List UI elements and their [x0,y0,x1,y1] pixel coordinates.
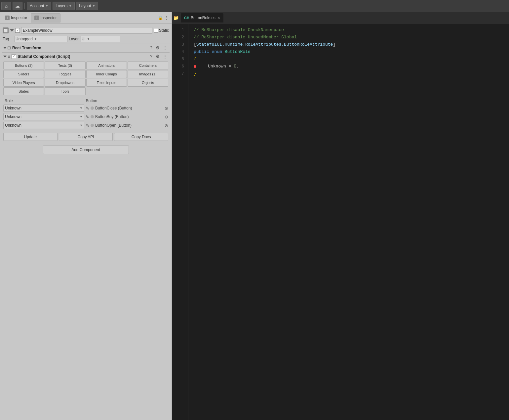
role-row-1: Unknown ▼ ✎ ButtonClose (Button) ⊙ [3,104,168,112]
tag-label: Tag [3,37,13,41]
layers-dropdown[interactable]: Layers ▼ [53,2,75,10]
inspector-tab-icon-2: i [34,16,39,20]
role-dropdown-2[interactable]: Unknown ▼ [3,113,84,120]
states-btn[interactable]: States [3,87,44,95]
dropdowns-btn[interactable]: Dropdowns [45,79,85,87]
gameobject-static-checkbox[interactable] [154,28,158,33]
sliders-btn[interactable]: Sliders [3,70,44,78]
comp-arrow [3,56,7,58]
layers-dropdown-arrow: ▼ [69,4,72,8]
code-line-5: { [194,56,504,63]
role-row-3: Unknown ▼ ✎ ButtonOpen (Button) ⊙ [3,121,168,130]
tab-inspector-2[interactable]: i Inspector [31,13,60,22]
rect-transform-header[interactable]: ⊡ Rect Transform ? ⚙ ⋮ [2,44,170,52]
ln-3: 3 [172,41,188,48]
account-label: Account [30,4,44,8]
comp-settings-icon[interactable]: ⚙ [155,54,161,59]
role-value-2: Unknown [5,114,21,119]
add-component-button[interactable]: Add Component [43,146,129,154]
editor-tab-close[interactable]: × [217,15,220,21]
code-content[interactable]: // ReSharper disable CheckNamespace // R… [188,24,509,420]
texts-btn[interactable]: Texts (3) [45,62,85,69]
rect-icon: ⊡ [7,45,11,50]
containers-btn[interactable]: Containers [128,62,168,69]
inspector-tab-icon-1: i [5,16,10,20]
tag-dropdown-arrow: ▼ [34,37,37,41]
role-dropdown-1[interactable]: Unknown ▼ [3,105,84,112]
gameobject-row: ⬜ Static [2,26,170,35]
inspector-tabs: i Inspector i Inspector 🔒 ⋮ [0,12,172,24]
role-table-header: Role Button [3,98,168,104]
stateful-component-header[interactable]: # Stateful Component (Script) ? ⚙ ⋮ [2,53,170,60]
code-line-6: Unknown = 0, [194,63,504,70]
toggles-btn[interactable]: Toggles [45,70,85,78]
editor-tab-buttonrole[interactable]: C# ButtonRole.cs × [181,13,223,22]
animators-btn[interactable]: Animators [86,62,127,69]
role-row-2: Unknown ▼ ✎ ButtonBuy (Button) ⊙ [3,112,168,121]
code-line-1: // ReSharper disable CheckNamespace [194,26,504,34]
texts-inputs-btn[interactable]: Texts Inputs [86,79,127,87]
tab-more-icon[interactable]: ⋮ [163,15,170,21]
layer-dropdown[interactable]: UI ▼ [81,36,120,42]
comp-active-checkbox[interactable] [12,54,16,59]
layout-dropdown[interactable]: Layout ▼ [76,2,98,10]
rect-icon-group: ⊡ [7,45,11,50]
breakpoint-dot [194,65,196,68]
target-icon-1[interactable]: ⊙ [165,106,168,111]
comp-more-icon[interactable]: ⋮ [162,54,168,59]
editor-tab-filename: ButtonRole.cs [191,16,215,20]
ln-4: 4 [172,48,188,56]
objects-btn[interactable]: Objects [128,79,168,87]
gameobject-active-checkbox[interactable] [15,28,20,33]
ln-5: 5 [172,56,188,63]
role-dropdown-3[interactable]: Unknown ▼ [3,122,84,129]
main-area: i Inspector i Inspector 🔒 ⋮ ⬜ Static [0,12,509,420]
gameobject-expand-arrow[interactable] [10,29,14,32]
code-line-2: // ReSharper disable UnusedMember.Global [194,34,504,41]
edit-icon-3[interactable]: ✎ [86,123,89,128]
rect-more-icon[interactable]: ⋮ [162,45,168,50]
inspector-tab-2-label: Inspector [40,16,57,20]
button-ref-row-2: ✎ ButtonBuy (Button) ⊙ [86,114,168,119]
role-arrow-1: ▼ [80,106,83,110]
rect-transform-section: ⊡ Rect Transform ? ⚙ ⋮ [2,44,170,52]
video-players-btn[interactable]: Video Players [3,79,44,87]
button-ref-text-1: ButtonClose (Button) [95,106,163,110]
inner-comps-btn[interactable]: Inner Comps [86,70,127,78]
layout-label: Layout [79,4,91,8]
button-column-header: Button [86,99,167,103]
rect-arrow [3,47,7,49]
rect-icon-symbol: ⊡ [7,45,11,50]
role-value-1: Unknown [5,106,21,110]
toolbar-home-btn[interactable]: ⌂ [1,2,11,10]
button-ref-text-3: ButtonOpen (Button) [95,123,163,128]
tag-dropdown[interactable]: Untagged ▼ [15,36,67,42]
rect-help-icon[interactable]: ? [149,45,153,50]
target-icon-2[interactable]: ⊙ [165,114,168,119]
images-btn[interactable]: Images (1) [128,70,168,78]
update-button[interactable]: Update [3,133,58,141]
component-type-grid: Buttons (3) Texts (3) Animators Containe… [2,60,170,97]
folder-icon: 📁 [173,15,179,21]
line-numbers: 1 2 3 4 5 6 7 [172,24,188,420]
layer-value: UI [82,37,86,41]
account-dropdown[interactable]: Account ▼ [27,2,51,10]
rect-settings-icon[interactable]: ⚙ [155,45,161,50]
buttons-btn[interactable]: Buttons (3) [3,62,44,69]
copy-docs-button[interactable]: Copy Docs [114,133,168,141]
target-icon-3[interactable]: ⊙ [165,123,168,128]
comp-help-icon[interactable]: ? [149,54,153,59]
copy-api-button[interactable]: Copy API [59,133,113,141]
inspector-tab-1-label: Inspector [11,16,27,20]
ln-6: 6 [172,63,188,70]
button-ref-row-1: ✎ ButtonClose (Button) ⊙ [86,106,168,111]
tools-btn[interactable]: Tools [45,87,85,95]
gameobject-name-input[interactable] [21,27,152,34]
edit-icon-2[interactable]: ✎ [86,114,89,119]
tab-inspector-1[interactable]: i Inspector [1,13,31,22]
top-toolbar: ⌂ ☁ Account ▼ Layers ▼ Layout ▼ [0,0,509,12]
dot-icon-2 [91,115,94,118]
dot-icon-1 [91,106,94,110]
toolbar-cloud-btn[interactable]: ☁ [13,2,22,10]
edit-icon-1[interactable]: ✎ [86,106,89,111]
